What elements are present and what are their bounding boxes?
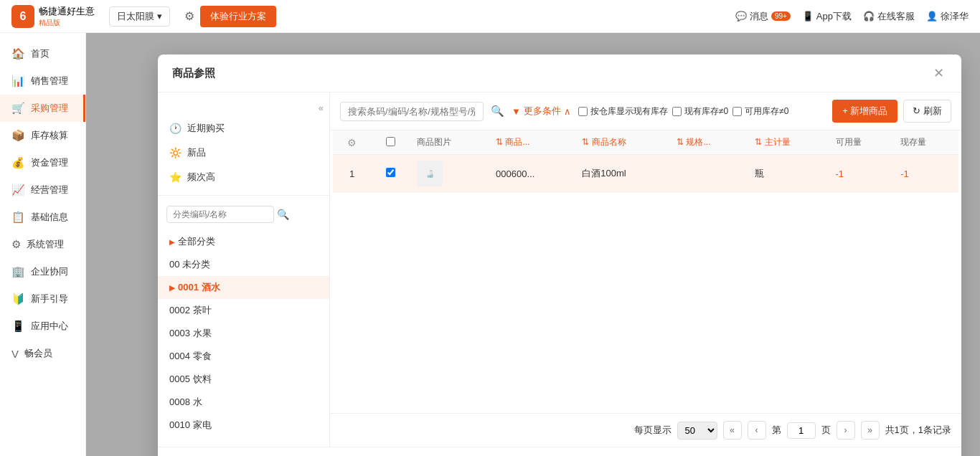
tree-item-0002[interactable]: 0002 茶叶: [158, 299, 329, 322]
filter-chevron-icon: ∧: [564, 106, 571, 117]
sidebar-item-basic[interactable]: 📋 基础信息: [0, 204, 85, 231]
row-unit: 瓶: [748, 155, 828, 193]
row-spec: [669, 155, 748, 193]
home-icon: 🏠: [11, 47, 25, 60]
nav-new[interactable]: 🔆 新品: [158, 141, 329, 165]
tree-item-0004[interactable]: 0004 零食: [158, 345, 329, 368]
col-unit[interactable]: ⇅ 主计量: [748, 130, 828, 155]
collapse-btn[interactable]: «: [158, 100, 329, 116]
sidebar-item-finance[interactable]: 💰 资金管理: [0, 149, 85, 176]
settings-icon[interactable]: ⚙: [179, 6, 200, 27]
page-input[interactable]: [787, 422, 816, 439]
quick-nav: 🕐 近期购买 🔆 新品 ⭐ 频次高: [158, 116, 329, 189]
logo-icon: 6: [11, 5, 34, 28]
next-page-btn[interactable]: ›: [837, 421, 855, 440]
member-icon: V: [11, 348, 19, 360]
category-search-btn[interactable]: 🔍: [277, 209, 289, 220]
product-thumbnail: 🍶: [417, 161, 443, 186]
sidebar: 🏠 首页 📊 销售管理 🛒 采购管理 📦 库存核算 💰 资金管理 📈 经营管理 …: [0, 33, 86, 456]
category-search-input[interactable]: [166, 206, 274, 223]
chevron-left-icon: «: [319, 103, 324, 113]
sidebar-item-system[interactable]: ⚙ 系统管理: [0, 231, 85, 258]
prev-page-btn[interactable]: ‹: [748, 421, 766, 440]
tree-item-00[interactable]: 00 未分类: [158, 253, 329, 276]
modal-header: 商品参照 ✕: [158, 54, 961, 92]
column-settings-icon[interactable]: ⚙: [347, 137, 357, 148]
finance-icon: 💰: [11, 156, 25, 169]
page-suffix: 页: [821, 424, 831, 437]
modal-left-panel: « 🕐 近期购买 🔆 新品 ⭐ 频次高: [158, 92, 330, 447]
category-tree: ▶ 全部分类 00 未分类 ▶ 0001 酒水 0002 茶叶: [158, 227, 329, 440]
tree-item-all[interactable]: ▶ 全部分类: [158, 230, 329, 253]
company-dropdown[interactable]: 日太阳膜 ▾: [109, 6, 170, 27]
experience-btn[interactable]: 体验行业方案: [200, 6, 276, 27]
col-spec[interactable]: ⇅ 规格...: [669, 130, 748, 155]
checkbox-warehouse-input[interactable]: [578, 107, 588, 116]
mobile-icon: 📱: [802, 11, 814, 22]
sidebar-item-operations[interactable]: 📈 经营管理: [0, 176, 85, 204]
logo-text: 畅捷通好生意 精品版: [39, 5, 95, 28]
row-index: 1: [333, 155, 371, 193]
sidebar-item-apps[interactable]: 📱 应用中心: [0, 313, 85, 340]
row-code: 000600...: [489, 155, 575, 193]
more-filter-btn[interactable]: ▼ 更多条件 ∧: [512, 105, 571, 118]
row-checkbox[interactable]: [371, 155, 409, 193]
last-page-btn[interactable]: »: [861, 421, 880, 440]
tree-item-0003[interactable]: 0003 水果: [158, 322, 329, 345]
sidebar-item-member[interactable]: V 畅会员: [0, 340, 85, 367]
tree-item-0008[interactable]: 0008 水: [158, 391, 329, 414]
refresh-btn[interactable]: ↻ 刷新: [903, 100, 951, 123]
new-icon: 🔆: [169, 147, 182, 158]
sidebar-item-sales[interactable]: 📊 销售管理: [0, 67, 85, 95]
add-product-btn[interactable]: + 新增商品: [832, 100, 897, 123]
filter-icon: ▼: [512, 106, 521, 117]
operations-icon: 📈: [11, 184, 25, 196]
first-page-btn[interactable]: «: [723, 421, 742, 440]
modal-right-panel: 🔍 ▼ 更多条件 ∧ 按仓库显示现有库存: [330, 92, 961, 447]
row-available: -1: [829, 155, 894, 193]
headset-icon: 🎧: [863, 11, 875, 22]
nav-frequent[interactable]: ⭐ 频次高: [158, 165, 329, 189]
checkbox-available-nonzero[interactable]: 可用库存≠0: [732, 105, 788, 118]
per-page-select[interactable]: 50 100 200: [677, 422, 717, 440]
clock-icon: 🕐: [169, 123, 182, 134]
product-search-input[interactable]: [340, 102, 484, 121]
nav-recent[interactable]: 🕐 近期购买: [158, 116, 329, 141]
online-service-btn[interactable]: 🎧 在线客服: [863, 10, 915, 23]
modal-close-btn[interactable]: ✕: [930, 65, 947, 82]
col-name[interactable]: ⇅ 商品名称: [575, 130, 669, 155]
sidebar-item-home[interactable]: 🏠 首页: [0, 40, 85, 67]
sidebar-item-enterprise[interactable]: 🏢 企业协同: [0, 258, 85, 285]
row-stock: -1: [893, 155, 958, 193]
messages-btn[interactable]: 💬 消息 99+: [735, 10, 791, 23]
sidebar-item-inventory[interactable]: 📦 库存核算: [0, 122, 85, 149]
user-avatar[interactable]: 👤 徐泽华: [926, 10, 969, 23]
modal-title: 商品参照: [172, 67, 215, 80]
modal-footer: 显示停用 ? 🛒 连续选择的商品 0 ∧ 取消 确定: [158, 447, 961, 456]
row-select-checkbox[interactable]: [386, 168, 395, 177]
modal-toolbar-actions: + 新增商品 ↻ 刷新: [832, 100, 951, 123]
checkbox-stock-nonzero[interactable]: 现有库存≠0: [672, 105, 728, 118]
product-search-btn[interactable]: 🔍: [491, 105, 504, 118]
checkbox-stock-nonzero-input[interactable]: [672, 107, 682, 116]
star-icon: ⭐: [169, 171, 182, 183]
col-checkbox: [371, 130, 409, 155]
tree-item-0010[interactable]: 0010 家电: [158, 414, 329, 437]
sidebar-item-purchase[interactable]: 🛒 采购管理: [0, 95, 85, 122]
checkbox-available-nonzero-input[interactable]: [732, 107, 742, 116]
col-settings: ⚙: [333, 130, 371, 155]
enterprise-icon: 🏢: [11, 265, 25, 278]
tree-item-0001[interactable]: ▶ 0001 酒水: [158, 276, 329, 299]
col-code[interactable]: ⇅ 商品...: [489, 130, 575, 155]
avatar-icon: 👤: [926, 11, 938, 22]
table-row[interactable]: 1 🍶 000600... 白酒100ml 瓶 -1: [333, 155, 958, 193]
product-reference-modal: 商品参照 ✕ « 🕐 近期购买 🔆: [158, 54, 961, 456]
sidebar-item-guide[interactable]: 🔰 新手引导: [0, 285, 85, 313]
select-all-checkbox[interactable]: [386, 137, 395, 146]
message-icon: 💬: [735, 11, 747, 22]
sales-icon: 📊: [11, 75, 25, 87]
checkbox-warehouse[interactable]: 按仓库显示现有库存: [578, 105, 668, 118]
app-download-btn[interactable]: 📱 App下载: [802, 10, 852, 23]
per-page-label: 每页显示: [634, 424, 672, 437]
tree-item-0005[interactable]: 0005 饮料: [158, 368, 329, 391]
